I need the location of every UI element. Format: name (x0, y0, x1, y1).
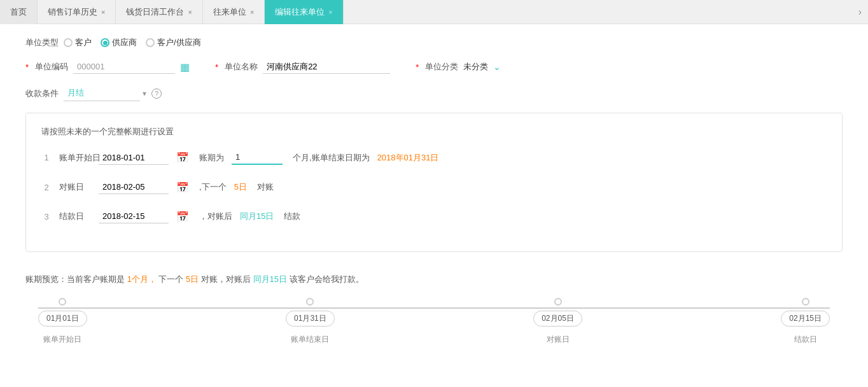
timeline-dot-1 (306, 298, 314, 306)
timeline: 01月01日 账单开始日 01月31日 账单结束日 02月05日 对账日 02月… (25, 298, 843, 345)
step-num-2: 2 (41, 183, 52, 192)
radio-circle-both (146, 38, 155, 47)
preview-highlight2: 5日 (186, 274, 199, 284)
step-desc-prefix-1: 账期为 (199, 152, 224, 164)
help-icon[interactable]: ? (151, 88, 162, 99)
timeline-dot-2 (554, 298, 562, 306)
unit-name-input[interactable] (263, 60, 390, 74)
radio-supplier[interactable]: 供应商 (101, 37, 137, 48)
timeline-point-1: 01月31日 账单结束日 (286, 298, 335, 345)
step-name-2: 对账日 (59, 181, 91, 193)
preview-section: 账期预览：当前客户账期是 1个月， 下一个 5日 对账，对账后 同月15日 该客… (25, 265, 843, 345)
step-row-3: 3 结款日 📅 ，对账后 同月15日 结款 (41, 209, 827, 223)
step-name-1: 账单开始日 (59, 152, 91, 164)
chevron-down-icon: ⌄ (493, 62, 501, 72)
step-date-input-3[interactable] (99, 209, 169, 223)
radio-label-supplier: 供应商 (112, 37, 137, 48)
settings-box: 请按照未来的一个完整帐期进行设置 1 账单开始日 📅 账期为 个月,账单结束日期… (25, 113, 843, 252)
close-icon[interactable]: × (101, 8, 105, 16)
timeline-label-1: 账单结束日 (291, 334, 329, 345)
tab-edit-contact[interactable]: 编辑往来单位 × (265, 0, 343, 24)
radio-customer[interactable]: 客户 (64, 37, 92, 48)
tab-home[interactable]: 首页 (0, 0, 38, 24)
required-star-name: * (215, 62, 218, 72)
unit-type-row: 单位类型 客户 供应商 客户/供应商 (25, 37, 843, 48)
timeline-badge-1: 01月31日 (286, 311, 335, 327)
timeline-label-3: 结款日 (794, 334, 817, 345)
radio-label-customer: 客户 (75, 37, 92, 48)
period-num-input[interactable] (232, 150, 283, 165)
calendar-icon-3[interactable]: 📅 (176, 211, 189, 223)
calendar-icon-1[interactable]: 📅 (176, 151, 189, 164)
required-star: * (25, 62, 29, 72)
timeline-label-2: 对账日 (547, 334, 570, 345)
unit-category-select[interactable]: 未分类 ⌄ (463, 61, 501, 73)
unit-code-label: 单位编码 (35, 61, 68, 73)
step-num-3: 3 (41, 212, 52, 222)
step-desc-suffix-2: 对账 (257, 181, 274, 193)
unit-code-field: * 单位编码 ▦ (25, 60, 190, 74)
payment-day-highlight: 同月15日 (240, 211, 274, 222)
chevron-down-icon: ▾ (143, 89, 146, 98)
preview-middle2: 对账，对账后 (201, 274, 251, 284)
preview-highlight1: 1个月， (127, 274, 157, 284)
unit-name-field: * 单位名称 (215, 60, 390, 74)
payment-terms-label: 收款条件 (25, 88, 59, 99)
timeline-point-2: 02月05日 对账日 (533, 298, 582, 345)
close-icon[interactable]: × (250, 8, 254, 16)
unit-category-value: 未分类 (463, 61, 488, 73)
step-row-2: 2 对账日 📅 ,下一个 5日 对账 (41, 180, 827, 194)
preview-middle1: 下一个 (158, 274, 183, 284)
radio-circle-supplier (101, 38, 109, 47)
timeline-badge-3: 02月15日 (781, 311, 830, 327)
step-date-input-2[interactable] (99, 180, 169, 194)
tab-bar: 首页 销售订单历史 × 钱货日清工作台 × 往来单位 × 编辑往来单位 × › (0, 0, 868, 24)
required-star-cat: * (416, 62, 419, 72)
unit-name-label: 单位名称 (225, 61, 258, 73)
step-num-1: 1 (41, 153, 52, 162)
timeline-dot-0 (59, 298, 66, 306)
main-content: 单位类型 客户 供应商 客户/供应商 * 单位编码 (0, 24, 868, 387)
step-name-3: 结款日 (59, 211, 91, 222)
timeline-label-0: 账单开始日 (43, 334, 81, 345)
step-desc-prefix-2: ,下一个 (199, 181, 227, 193)
timeline-point-0: 01月01日 账单开始日 (38, 298, 87, 345)
step-row-1: 1 账单开始日 📅 账期为 个月,账单结束日期为 2018年01月31日 (41, 150, 827, 165)
close-icon[interactable]: × (188, 8, 192, 16)
settings-title: 请按照未来的一个完整帐期进行设置 (41, 126, 827, 137)
step-desc-suffix-3: 结款 (284, 211, 300, 222)
unit-type-radio-group: 客户 供应商 客户/供应商 (64, 37, 201, 48)
timeline-points: 01月01日 账单开始日 01月31日 账单结束日 02月05日 对账日 02月… (38, 298, 830, 345)
unit-category-label: 单位分类 (425, 61, 458, 73)
tab-cashflow-workspace[interactable]: 钱货日清工作台 × (116, 0, 202, 24)
unit-type-field: 单位类型 客户 供应商 客户/供应商 (25, 37, 201, 48)
radio-circle-customer (64, 38, 73, 47)
unit-type-label: 单位类型 (25, 37, 59, 48)
preview-suffix: 该客户会给我打款。 (290, 274, 364, 284)
scroll-right-button[interactable]: › (852, 0, 868, 24)
payment-terms-select[interactable]: 月结 ▾ (64, 85, 146, 101)
preview-text: 账期预览：当前客户账期是 1个月， 下一个 5日 对账，对账后 同月15日 该客… (25, 274, 843, 285)
radio-label-both: 客户/供应商 (157, 37, 201, 48)
unit-code-input[interactable] (73, 60, 175, 74)
preview-prefix: 账期预览：当前客户账期是 (25, 274, 125, 284)
timeline-dot-3 (802, 298, 809, 306)
tab-contacts[interactable]: 往来单位 × (203, 0, 265, 24)
timeline-badge-2: 02月05日 (533, 311, 582, 327)
timeline-point-3: 02月15日 结款日 (781, 298, 830, 345)
step-desc-prefix-3: ，对账后 (199, 211, 232, 222)
unit-info-row: * 单位编码 ▦ * 单位名称 * 单位分类 未分类 ⌄ (25, 60, 843, 74)
tab-sales-order-history[interactable]: 销售订单历史 × (38, 0, 116, 24)
copy-icon[interactable]: ▦ (180, 61, 190, 73)
step-desc-suffix-1: 个月,账单结束日期为 (293, 152, 370, 164)
calendar-icon-2[interactable]: 📅 (176, 181, 189, 194)
payment-terms-row: 收款条件 月结 ▾ ? (25, 85, 843, 101)
step-date-input-1[interactable] (99, 151, 169, 165)
preview-highlight3: 同月15日 (253, 274, 287, 284)
radio-both[interactable]: 客户/供应商 (146, 37, 201, 48)
payment-terms-field: 收款条件 月结 ▾ ? (25, 85, 162, 101)
payment-terms-value: 月结 (64, 85, 140, 101)
unit-category-field: * 单位分类 未分类 ⌄ (416, 61, 501, 73)
timeline-badge-0: 01月01日 (38, 311, 87, 327)
close-icon[interactable]: × (328, 8, 332, 16)
